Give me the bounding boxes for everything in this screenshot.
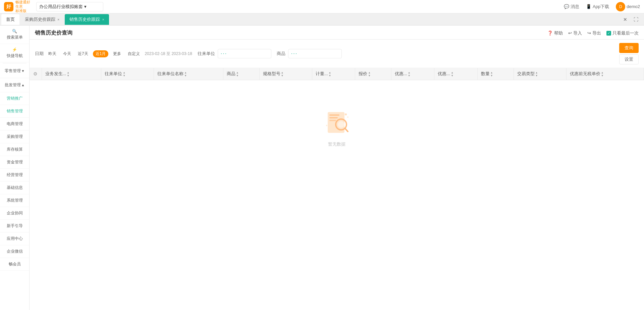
tab-sales[interactable]: 销售历史价跟踪 × bbox=[65, 14, 109, 25]
user-menu[interactable]: D demo2 bbox=[616, 2, 640, 11]
tab-purchase[interactable]: 采购历史价跟踪 × bbox=[20, 14, 64, 25]
quick-nav-icon: ⚡ bbox=[12, 47, 17, 52]
date-btn-more[interactable]: 更多 bbox=[111, 50, 123, 57]
svg-point-7 bbox=[345, 113, 347, 115]
column-settings-icon[interactable]: ⚙ bbox=[33, 71, 38, 76]
tab-bar: 首页 采购历史价跟踪 × 销售历史价跟踪 × ✕ ⛶ bbox=[0, 13, 644, 25]
settings-button[interactable]: 设置 bbox=[619, 54, 639, 64]
main-layout: 🔍 搜索菜单 ⚡ 快捷导航 零售管理 ▼ 批发管理 ▲ 营销推广 销售管理 电商… bbox=[0, 25, 644, 310]
tab-bar-actions: ✕ ⛶ bbox=[621, 15, 643, 23]
th-product[interactable]: 商品▲▼ bbox=[223, 68, 259, 80]
expand-window-button[interactable]: ⛶ bbox=[632, 15, 640, 23]
import-icon: ↩ bbox=[568, 31, 572, 36]
sort-icon-spec: ▲▼ bbox=[281, 71, 284, 77]
th-price[interactable]: 报价▲▼ bbox=[355, 68, 391, 80]
sidebar-item-marketing[interactable]: 营销推广 bbox=[0, 92, 29, 105]
th-unit[interactable]: 计量...▲▼ bbox=[312, 68, 355, 80]
sort-icon-discount2: ▲▼ bbox=[451, 71, 453, 77]
search-icon: 🔍 bbox=[12, 29, 17, 34]
th-partner-name[interactable]: 往来单位名称▲▼ bbox=[154, 68, 223, 80]
only-latest-checkbox[interactable]: ✓ 只看最后一次 bbox=[606, 30, 639, 36]
workspace-selector[interactable]: 办公用品行业模拟账套 ▾ bbox=[36, 2, 103, 11]
sidebar-divider-1 bbox=[3, 63, 26, 63]
sort-icon-unit: ▲▼ bbox=[329, 71, 331, 77]
sidebar-item-retail[interactable]: 零售管理 ▼ bbox=[0, 64, 29, 78]
sidebar: 🔍 搜索菜单 ⚡ 快捷导航 零售管理 ▼ 批发管理 ▲ 营销推广 销售管理 电商… bbox=[0, 25, 30, 310]
sidebar-item-enterprise[interactable]: 企业协同 bbox=[0, 207, 29, 220]
th-discount2[interactable]: 优惠...▲▼ bbox=[434, 68, 477, 80]
th-qty[interactable]: 数量▲▼ bbox=[477, 68, 514, 80]
th-discount1[interactable]: 优惠...▲▼ bbox=[391, 68, 434, 80]
sidebar-item-system[interactable]: 系统管理 bbox=[0, 194, 29, 207]
sidebar-item-base[interactable]: 基础信息 bbox=[0, 182, 29, 194]
product-input[interactable]: ··· bbox=[288, 49, 342, 58]
sidebar-item-appstore[interactable]: 应用中心 bbox=[0, 232, 29, 245]
logo-icon: 好 bbox=[4, 2, 13, 11]
sort-icon-partner-name: ▲▼ bbox=[184, 71, 187, 77]
query-button[interactable]: 查询 bbox=[619, 43, 639, 53]
date-btn-today[interactable]: 今天 bbox=[61, 50, 73, 57]
sort-icon-trade-type: ▲▼ bbox=[535, 71, 538, 77]
svg-rect-2 bbox=[329, 117, 338, 118]
sort-icon-partner-code: ▲▼ bbox=[123, 71, 125, 77]
table-body: 暂无数据 bbox=[30, 80, 644, 174]
sort-icon-discount1: ▲▼ bbox=[408, 71, 411, 77]
partner-filter-group: 往来单位 ··· bbox=[198, 49, 271, 58]
sidebar-item-sales-mgmt[interactable]: 销售管理 bbox=[0, 105, 29, 118]
message-icon: 💬 bbox=[564, 4, 569, 9]
empty-state-row: 暂无数据 bbox=[30, 80, 644, 174]
svg-point-9 bbox=[326, 125, 327, 126]
tab-sales-label: 销售历史价跟踪 bbox=[69, 16, 100, 22]
header-right: 💬 消息 📱 App下载 D demo2 bbox=[564, 2, 640, 11]
tab-home-label: 首页 bbox=[6, 16, 15, 22]
sidebar-item-search[interactable]: 🔍 搜索菜单 bbox=[0, 25, 29, 44]
app-download-button[interactable]: 📱 App下载 bbox=[586, 4, 609, 10]
page-header: 销售历史价查询 ❓ 帮助 ↩ 导入 ↪ 导出 ✓ 只看最后一次 bbox=[30, 25, 644, 40]
wholesale-arrow-icon: ▲ bbox=[21, 83, 25, 87]
th-partner-code[interactable]: 往来单位▲▼ bbox=[101, 68, 154, 80]
date-btn-custom[interactable]: 自定义 bbox=[126, 50, 142, 57]
th-settings[interactable]: ⚙ bbox=[30, 68, 42, 80]
date-btn-7days[interactable]: 近7天 bbox=[76, 50, 90, 57]
data-table: ⚙ 业务发生...▲▼ 往来单位▲▼ 往来单位名称▲▼ 商品▲▼ bbox=[30, 68, 644, 174]
workspace-label: 办公用品行业模拟账套 bbox=[39, 4, 83, 10]
checkbox-checked-icon: ✓ bbox=[606, 31, 611, 36]
date-btn-1month[interactable]: 近1月 bbox=[93, 50, 109, 57]
date-filter-group: 日期 昨天 今天 近7天 近1月 更多 自定义 2023-02-18 至 202… bbox=[35, 50, 192, 57]
partner-input[interactable]: ··· bbox=[218, 49, 271, 58]
sidebar-item-finance[interactable]: 资金管理 bbox=[0, 156, 29, 169]
message-button[interactable]: 💬 消息 bbox=[564, 4, 579, 10]
sidebar-item-purchase-mgmt[interactable]: 采购管理 bbox=[0, 131, 29, 143]
tab-home[interactable]: 首页 bbox=[1, 14, 19, 25]
date-btn-yesterday[interactable]: 昨天 bbox=[46, 50, 58, 57]
sidebar-item-member[interactable]: 畅会员 bbox=[0, 258, 29, 271]
th-trade-type[interactable]: 交易类型▲▼ bbox=[514, 68, 566, 80]
th-biz-date[interactable]: 业务发生...▲▼ bbox=[42, 68, 101, 80]
app-icon: 📱 bbox=[586, 4, 591, 9]
sidebar-item-quick-nav[interactable]: ⚡ 快捷导航 bbox=[0, 44, 29, 62]
partner-dots: ··· bbox=[221, 51, 227, 57]
sidebar-item-ops[interactable]: 经营管理 bbox=[0, 169, 29, 182]
svg-point-8 bbox=[347, 116, 348, 118]
sidebar-item-wechat[interactable]: 企业微信 bbox=[0, 245, 29, 258]
th-pre-tax[interactable]: 优惠前无税单价▲▼ bbox=[566, 68, 644, 80]
action-buttons: 查询 设置 bbox=[619, 43, 639, 64]
export-button[interactable]: ↪ 导出 bbox=[587, 30, 601, 36]
help-button[interactable]: ❓ 帮助 bbox=[547, 30, 563, 36]
content-area: 销售历史价查询 ❓ 帮助 ↩ 导入 ↪ 导出 ✓ 只看最后一次 bbox=[30, 25, 644, 310]
close-window-button[interactable]: ✕ bbox=[621, 15, 629, 23]
sidebar-item-ecom[interactable]: 电商管理 bbox=[0, 118, 29, 131]
sort-icon-biz-date: ▲▼ bbox=[67, 71, 69, 77]
sort-icon-pre-tax: ▲▼ bbox=[601, 71, 604, 77]
svg-line-6 bbox=[345, 128, 348, 132]
tab-purchase-close[interactable]: × bbox=[57, 17, 59, 21]
sidebar-item-guide[interactable]: 新手引导 bbox=[0, 220, 29, 232]
workspace-dropdown-icon: ▾ bbox=[84, 4, 87, 9]
sidebar-item-inventory[interactable]: 库存核算 bbox=[0, 143, 29, 156]
tab-sales-close[interactable]: × bbox=[102, 17, 104, 21]
sort-icon-qty: ▲▼ bbox=[490, 71, 493, 77]
import-button[interactable]: ↩ 导入 bbox=[568, 30, 582, 36]
th-spec[interactable]: 规格型号▲▼ bbox=[259, 68, 312, 80]
export-icon: ↪ bbox=[587, 31, 591, 36]
sidebar-item-wholesale[interactable]: 批发管理 ▲ bbox=[0, 78, 29, 92]
